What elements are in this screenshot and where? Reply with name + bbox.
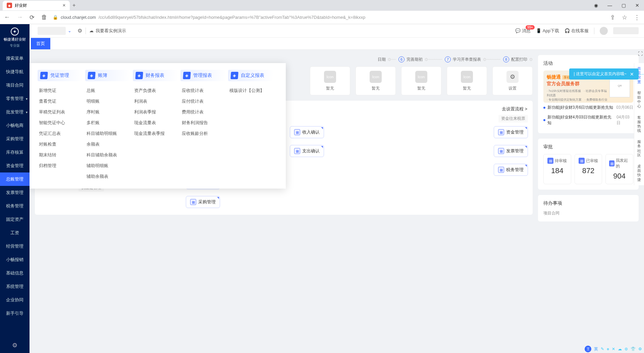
menu-item[interactable]: 辅助余额表 bbox=[85, 171, 131, 182]
menu-item[interactable]: 现金流量表 bbox=[133, 117, 178, 128]
close-icon[interactable]: ✕ bbox=[62, 3, 66, 8]
shortcut-card[interactable]: Icon暂无 bbox=[447, 66, 487, 95]
menu-item[interactable]: 总账 bbox=[85, 85, 131, 96]
sidebar-item[interactable]: 库存核算 bbox=[0, 146, 30, 159]
delete-icon[interactable]: 🗑 bbox=[40, 14, 49, 21]
menu-item[interactable]: 智能凭证中心 bbox=[38, 117, 83, 128]
menu-item[interactable]: 期末结转 bbox=[38, 150, 83, 160]
menu-item[interactable]: 财务利润报告 bbox=[180, 117, 226, 128]
sidebar-item[interactable]: 小畅报销 bbox=[0, 253, 30, 266]
org-selector[interactable]: ⌄ bbox=[35, 26, 74, 36]
menu-icon[interactable]: ⋮ bbox=[633, 14, 641, 21]
menu-item[interactable]: 现金流量表季报 bbox=[133, 128, 178, 139]
sidebar-item[interactable]: 零售管理▾ bbox=[0, 92, 30, 105]
sidebar-item[interactable]: 小畅电商 bbox=[0, 119, 30, 132]
sidebar-item[interactable]: 总账管理 bbox=[0, 172, 30, 186]
share-icon[interactable]: ⇪ bbox=[609, 14, 616, 21]
tray-icon[interactable]: ✕ bbox=[612, 347, 615, 351]
approval-card[interactable]: ▤已审核872 bbox=[575, 154, 602, 184]
menu-item[interactable]: 辅助明细账 bbox=[85, 160, 131, 171]
settings-icon[interactable]: ⚙ bbox=[0, 338, 30, 353]
menu-item[interactable]: 序时账 bbox=[85, 107, 131, 117]
sidebar-item[interactable]: 企业协同 bbox=[0, 293, 30, 307]
forward-icon[interactable]: → bbox=[15, 14, 24, 21]
shortcut-card[interactable]: Icon暂无 bbox=[356, 66, 396, 95]
menu-item[interactable]: 科目辅助余额表 bbox=[85, 150, 131, 160]
sidebar-item[interactable]: 新手引导 bbox=[0, 307, 30, 320]
menu-item[interactable]: 利润表季报 bbox=[133, 107, 178, 117]
node-expense-confirm[interactable]: ▦支出确认 bbox=[290, 145, 324, 157]
messages-button[interactable]: 💬 消息 99+ bbox=[515, 28, 531, 34]
address-bar[interactable]: 🔒 cloud.chanjet.com/cc/u6d89qwnryel/57bf… bbox=[53, 15, 605, 20]
tray-icon[interactable]: ⚙ bbox=[638, 347, 642, 351]
download-button[interactable]: 📱 App下载 bbox=[536, 28, 559, 34]
expand-icon[interactable]: ⛶ bbox=[638, 51, 643, 56]
minimize-icon[interactable]: — bbox=[605, 3, 614, 8]
new-tab-button[interactable]: + bbox=[72, 2, 75, 8]
org-settings-icon[interactable]: ⚙ bbox=[77, 28, 82, 34]
node-fund[interactable]: ▦资金管理 bbox=[494, 126, 528, 138]
back-icon[interactable]: ← bbox=[3, 14, 11, 21]
menu-item[interactable]: 对账检查 bbox=[38, 139, 83, 150]
dock-item[interactable]: 帮助中心 bbox=[636, 88, 642, 112]
node-invoice[interactable]: ▦发票管理 bbox=[494, 145, 528, 157]
news-item[interactable]: 新功能|好业财4月03日功能更新抢先知04月03日 bbox=[543, 112, 633, 128]
sidebar-item[interactable]: 工资 bbox=[0, 226, 30, 240]
demo-link[interactable]: ☁ 我要看实例演示 bbox=[89, 28, 126, 34]
sidebar-item[interactable]: 批发管理▾ bbox=[0, 105, 30, 119]
tray-app-icon[interactable]: 王 bbox=[585, 346, 591, 352]
reload-icon[interactable]: ⟳ bbox=[28, 14, 36, 21]
maximize-icon[interactable]: ▢ bbox=[620, 3, 628, 8]
flow-settings-link[interactable]: 去设置流程 > bbox=[502, 106, 527, 112]
menu-item[interactable]: 明细账 bbox=[85, 96, 131, 107]
shortcut-settings[interactable]: ⚙设置 bbox=[492, 66, 533, 95]
node-income-confirm[interactable]: ▦收入确认 bbox=[290, 126, 324, 138]
sidebar-item[interactable]: 基础信息 bbox=[0, 266, 30, 280]
menu-item[interactable]: 科目辅助明细账 bbox=[85, 128, 131, 139]
menu-item[interactable]: 凭证汇总表 bbox=[38, 128, 83, 139]
shortcut-card[interactable]: Icon暂无 bbox=[310, 66, 350, 95]
menu-item[interactable]: 查看凭证 bbox=[38, 96, 83, 107]
menu-item[interactable]: 应收统计表 bbox=[180, 85, 226, 96]
browser-settings-icon[interactable]: ◉ bbox=[592, 3, 600, 8]
dock-item[interactable]: 桌面快捷 bbox=[636, 161, 642, 185]
tray-icon[interactable]: 👕 bbox=[631, 347, 636, 351]
star-icon[interactable]: ☆ bbox=[621, 14, 629, 21]
menu-item[interactable]: 利润表 bbox=[133, 96, 178, 107]
dock-item[interactable]: 客服热线 bbox=[636, 112, 642, 137]
sidebar-item[interactable]: 固定资产 bbox=[0, 213, 30, 226]
service-button[interactable]: 🎧 在线客服 bbox=[565, 28, 589, 34]
node-purchase[interactable]: ▦采购管理 bbox=[186, 196, 220, 208]
menu-item[interactable]: 草稿凭证列表 bbox=[38, 107, 83, 117]
hint-close-icon[interactable]: ✕ bbox=[630, 71, 634, 77]
sidebar-item[interactable]: 发票管理 bbox=[0, 186, 30, 199]
menu-item[interactable]: 应收账龄分析 bbox=[180, 128, 226, 139]
sidebar-item[interactable]: 项目合同 bbox=[0, 79, 30, 92]
menu-item[interactable]: 费用统计表 bbox=[180, 107, 226, 117]
avatar[interactable] bbox=[600, 27, 608, 35]
sidebar-item[interactable]: 经营管理 bbox=[0, 240, 30, 253]
node-tax[interactable]: ▦税务管理 bbox=[494, 164, 528, 176]
browser-tab[interactable]: ◆ 好业财 ✕ bbox=[3, 1, 70, 10]
menu-item[interactable]: 应付统计表 bbox=[180, 96, 226, 107]
tray-icon[interactable]: ⎈ bbox=[607, 347, 609, 351]
approval-card[interactable]: ▤我发起的904 bbox=[605, 154, 633, 184]
menu-item[interactable]: 资产负债表 bbox=[133, 85, 178, 96]
sidebar-item[interactable]: 搜索菜单 bbox=[0, 52, 30, 65]
tray-icon[interactable]: ✎ bbox=[601, 347, 604, 351]
menu-item[interactable]: 新增凭证 bbox=[38, 85, 83, 96]
shortcut-card[interactable]: Icon暂无 bbox=[401, 66, 441, 95]
tab-home[interactable]: 首页 bbox=[31, 38, 50, 49]
menu-item[interactable]: 归档管理 bbox=[38, 160, 83, 171]
menu-item[interactable]: 余额表 bbox=[85, 139, 131, 150]
sidebar-item[interactable]: 快捷导航 bbox=[0, 65, 30, 79]
sidebar-item[interactable]: 系统管理 bbox=[0, 280, 30, 293]
news-item[interactable]: 新功能|好业财3月6日功能更新抢先知03月06日 bbox=[543, 103, 633, 112]
sidebar-item[interactable]: 采购管理 bbox=[0, 132, 30, 146]
tray-icon[interactable]: ☁ bbox=[618, 347, 622, 351]
tray-ime[interactable]: 英 bbox=[594, 346, 598, 352]
close-window-icon[interactable]: ✕ bbox=[633, 3, 641, 8]
sidebar-item[interactable]: 资金管理 bbox=[0, 159, 30, 172]
dock-item[interactable]: 服务社区 bbox=[636, 136, 642, 161]
sidebar-item[interactable]: 税务管理 bbox=[0, 199, 30, 213]
